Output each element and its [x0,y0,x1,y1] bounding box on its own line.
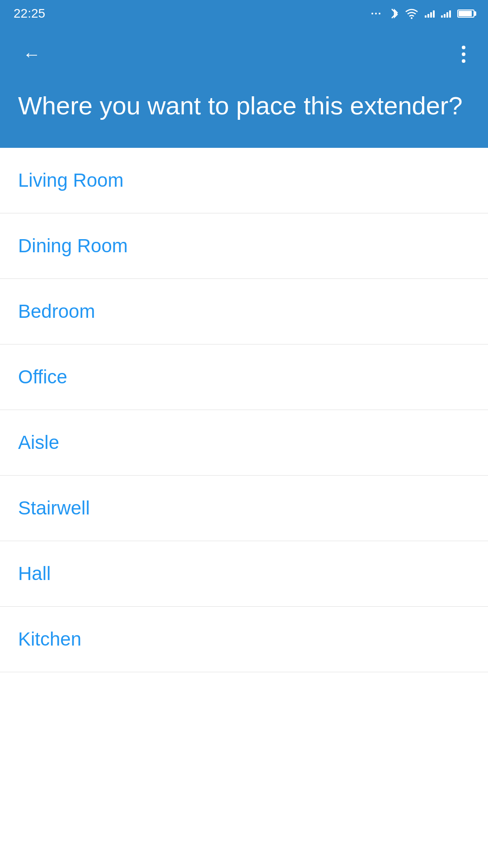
list-item-bedroom[interactable]: Bedroom [0,279,488,344]
back-arrow-icon: ← [23,45,41,63]
list-item-label-living-room: Living Room [18,170,123,191]
more-dot-3 [462,59,465,63]
header: ← Where you want to place this extender? [0,27,488,148]
signal-strength-2-icon [441,9,451,18]
list-item-label-kitchen: Kitchen [18,628,81,650]
list-item-hall[interactable]: Hall [0,541,488,607]
list-item-kitchen[interactable]: Kitchen [0,607,488,672]
list-item-label-aisle: Aisle [18,432,59,453]
battery-icon [457,9,474,18]
list-item-label-hall: Hall [18,563,51,585]
dots-icon [371,9,384,18]
svg-point-3 [411,17,413,19]
status-time: 22:25 [14,6,45,21]
list-item-stairwell[interactable]: Stairwell [0,476,488,541]
svg-point-0 [371,13,373,14]
more-dot-1 [462,46,465,49]
list-item-label-dining-room: Dining Room [18,235,128,257]
status-bar: 22:25 [0,0,488,27]
status-icons [371,8,474,19]
list-item-office[interactable]: Office [0,344,488,410]
list-item-label-bedroom: Bedroom [18,301,95,322]
list-item-label-office: Office [18,366,67,388]
location-list: Living RoomDining RoomBedroomOfficeAisle… [0,148,488,672]
list-item-living-room[interactable]: Living Room [0,148,488,213]
page-title: Where you want to place this extender? [18,90,470,121]
svg-point-1 [375,13,377,14]
wifi-icon [405,8,418,19]
list-item-dining-room[interactable]: Dining Room [0,213,488,279]
bluetooth-icon [390,8,399,19]
list-item-aisle[interactable]: Aisle [0,410,488,476]
svg-point-2 [379,13,380,14]
list-item-label-stairwell: Stairwell [18,497,90,519]
more-dot-2 [462,52,465,56]
more-options-button[interactable] [457,41,470,67]
header-nav: ← [18,27,470,77]
back-button[interactable]: ← [18,41,45,68]
signal-strength-icon [425,9,435,18]
